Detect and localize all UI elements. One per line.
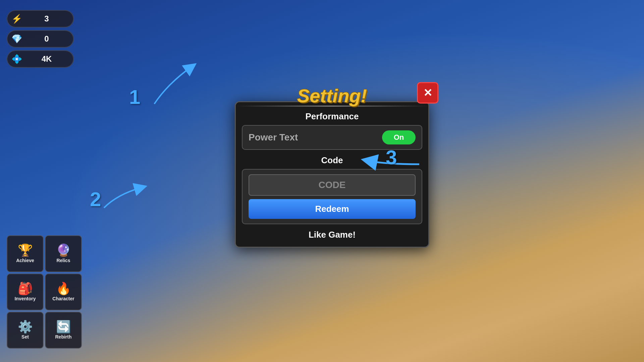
modal-title-bar: Setting! ✕	[236, 102, 428, 106]
power-text-toggle[interactable]: On	[382, 130, 416, 144]
modal-overlay: Setting! ✕ Performance Power Text On Cod…	[0, 0, 644, 362]
power-text-row: Power Text On	[242, 125, 422, 150]
redeem-button[interactable]: Redeem	[249, 199, 416, 219]
performance-label: Performance	[236, 111, 428, 122]
code-input[interactable]	[249, 174, 416, 196]
power-text-label: Power Text	[249, 132, 298, 143]
code-section-label: Code	[236, 155, 428, 166]
modal-title: Setting!	[297, 85, 367, 107]
close-button[interactable]: ✕	[417, 82, 438, 104]
code-section: Redeem	[242, 169, 422, 224]
like-game-label: Like Game!	[236, 230, 428, 240]
settings-modal: Setting! ✕ Performance Power Text On Cod…	[235, 101, 429, 248]
